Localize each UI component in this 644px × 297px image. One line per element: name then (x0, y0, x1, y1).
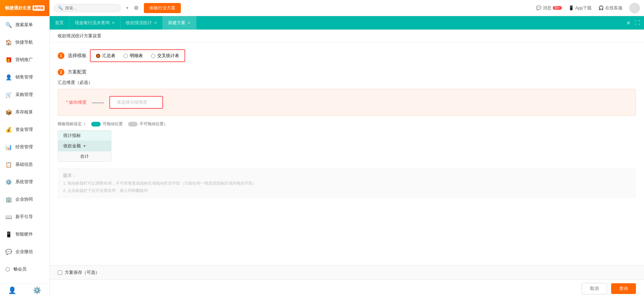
sidebar-item-sales[interactable]: 👤 销售管理 (0, 68, 49, 86)
search-input[interactable] (65, 6, 115, 10)
radio-cross[interactable]: 交叉统计表 (151, 53, 179, 59)
headset-icon: 🎧 (598, 5, 604, 10)
cart-icon: 🛒 (5, 92, 12, 98)
stats-row-label: 合计 (80, 154, 89, 159)
sidebar-item-finance[interactable]: 💰 资金管理 (0, 121, 49, 138)
tabs-actions: ✕ ⛶ (622, 16, 644, 30)
tab-cashbank[interactable]: 现金银行流水查询 ✕ (69, 16, 120, 30)
sidebar-logo-text: 畅捷通好生意 (5, 5, 31, 11)
sidebar-item-marketing[interactable]: 🎁 营销推广 (0, 51, 49, 68)
section1-title: 选择模板 (68, 53, 87, 59)
message-label: 消息 (543, 5, 551, 11)
section1-header: 1 选择模板 汇总表 明细表 交叉统计表 (58, 49, 636, 62)
draggable-toggle-icon (91, 122, 101, 127)
breadcrumb-text: 收款情况统计方案设置 (58, 33, 101, 38)
sidebar-item-guide[interactable]: 📖 新手引导 (0, 208, 49, 226)
expand-tab-action-icon[interactable]: ⛶ (635, 20, 640, 26)
dim-select-box[interactable]: 请选择分组维度 (109, 96, 163, 109)
radio-cross-input[interactable] (151, 54, 155, 58)
metrics-section: 模板指标设定（ 可拖动位置 不可拖动位置） (58, 121, 636, 163)
sidebar-item-inventory[interactable]: 📦 库存核算 (0, 103, 49, 121)
sidebar-item-wechat[interactable]: 💬 企业微信 (0, 243, 49, 260)
search-menu-icon: 🔍 (5, 22, 12, 28)
message-item[interactable]: 💬 消息 99+ (536, 5, 562, 11)
tab-receivables-close-icon[interactable]: ✕ (154, 21, 157, 25)
user-bottom-icon: 👤 (8, 286, 16, 294)
metrics-table: 统计指标 收款金额 ▾ 合计 (58, 130, 111, 162)
sidebar-item-label: 采购管理 (15, 92, 33, 98)
radio-detail[interactable]: 明细表 (123, 53, 143, 59)
sidebar-bottom-user[interactable]: 👤 (8, 286, 16, 294)
box-icon: 📦 (5, 109, 12, 115)
radio-detail-label: 明细表 (130, 53, 143, 59)
sidebar-item-label: 快捷导航 (15, 39, 33, 45)
sidebar-bottom-settings[interactable]: ⚙️ (33, 286, 41, 294)
dimension-row: * 纵向维度 —— 请选择分组维度 (66, 96, 628, 109)
sidebar-logo: 畅捷通好生意 标准版 (0, 0, 49, 16)
sidebar-logo-badge: 标准版 (33, 5, 45, 11)
metrics-hint: 模板指标设定（ 可拖动位置 不可拖动位置） (58, 121, 636, 127)
tips-area: 提示： 1. 拖动标题栏可以调整布局，不可跨维度或指标区域拖动栏目字段（只能在同… (58, 168, 636, 198)
query-button[interactable]: 查询 (611, 283, 636, 294)
tab-cashbank-label: 现金银行流水查询 (75, 20, 110, 26)
non-draggable-toggle-icon (128, 122, 138, 127)
sidebar-item-purchase[interactable]: 🛒 采购管理 (0, 86, 49, 103)
radio-detail-input[interactable] (123, 54, 128, 58)
sidebar-item-quick-nav[interactable]: 🏠 快捷导航 (0, 34, 49, 51)
sidebar-item-operations[interactable]: 📊 经营管理 (0, 138, 49, 156)
dim-placeholder-text: 请选择分组维度 (117, 100, 147, 105)
radio-summary-input[interactable] (96, 54, 100, 58)
app-download-item[interactable]: 📱 App下载 (569, 5, 592, 11)
tips-title: 提示： (63, 172, 631, 179)
metrics-col-header[interactable]: 收款金额 ▾ (58, 141, 111, 151)
trial-button[interactable]: 体验行业方案 (144, 3, 181, 13)
sidebar-item-smart-hw[interactable]: 📱 智能硬件 (0, 226, 49, 243)
radio-summary[interactable]: 汇总表 (96, 53, 115, 59)
settings-bottom-icon: ⚙️ (33, 286, 41, 294)
section-1: 1 选择模板 汇总表 明细表 交叉统计表 (58, 49, 636, 62)
sidebar-item-search-menu[interactable]: 🔍 搜索菜单 (0, 16, 49, 34)
tab-cashbank-close-icon[interactable]: ✕ (112, 21, 115, 25)
sidebar-item-label: 企业微信 (15, 249, 33, 255)
metrics-total-row: 合计 (58, 151, 111, 161)
sidebar-item-label: 销售管理 (15, 74, 33, 80)
tab-newplan[interactable]: 新建方案 ✕ (163, 16, 196, 30)
footer-bar: 取消 查询 (50, 280, 644, 297)
save-checkbox[interactable] (58, 270, 62, 275)
sidebar-item-label: 营销推广 (15, 57, 33, 63)
settings-icon[interactable]: ⚙ (134, 5, 139, 11)
tab-receivables[interactable]: 收款情况统计 ✕ (120, 16, 163, 30)
sidebar-item-label: 搜索菜单 (15, 22, 33, 28)
sidebar-item-system[interactable]: ⚙️ 系统管理 (0, 173, 49, 191)
user-avatar[interactable] (629, 3, 640, 13)
sidebar-item-label: 资金管理 (15, 127, 33, 133)
book-icon: 📖 (5, 214, 12, 220)
metrics-table-header: 统计指标 (58, 131, 111, 141)
sidebar: 畅捷通好生意 标准版 🔍 搜索菜单 🏠 快捷导航 🎁 营销推广 👤 销售管理 🛒… (0, 0, 50, 297)
tab-home[interactable]: 首页 (50, 16, 69, 30)
sidebar-item-label: 基础信息 (15, 161, 33, 167)
cancel-button[interactable]: 取消 (582, 283, 607, 294)
search-chevron-icon[interactable]: ▾ (126, 5, 128, 10)
clipboard-icon: 📋 (5, 161, 12, 168)
sidebar-item-enterprise[interactable]: 🏢 企业协同 (0, 191, 49, 208)
section1-num: 1 (58, 52, 64, 59)
vertical-dim-label: * 纵向维度 (66, 99, 87, 105)
user-icon: 👤 (5, 74, 12, 81)
section2-header: 2 方案配置 (58, 69, 636, 76)
gift-icon: 🎁 (5, 57, 12, 63)
tab-newplan-close-icon[interactable]: ✕ (187, 21, 191, 25)
sidebar-item-member[interactable]: ⬡ 畅会员 (0, 260, 49, 278)
online-service-label: 在线客服 (605, 5, 623, 11)
tab-home-label: 首页 (55, 20, 64, 26)
online-service-item[interactable]: 🎧 在线客服 (598, 5, 623, 11)
tab-newplan-label: 新建方案 (168, 20, 185, 26)
header-search-box[interactable]: 🔍 (54, 4, 121, 12)
main-area: 🔍 ▾ ⚙ 体验行业方案 💬 消息 99+ 📱 App下载 🎧 在线客服 (50, 0, 644, 297)
col-chevron-icon[interactable]: ▾ (84, 144, 86, 148)
diamond-icon: ⬡ (5, 266, 10, 273)
close-tab-action-icon[interactable]: ✕ (626, 20, 631, 26)
dimension-area: * 纵向维度 —— 请选择分组维度 (58, 89, 636, 116)
sidebar-item-basic-info[interactable]: 📋 基础信息 (0, 156, 49, 173)
gear-icon: ⚙️ (5, 179, 12, 185)
